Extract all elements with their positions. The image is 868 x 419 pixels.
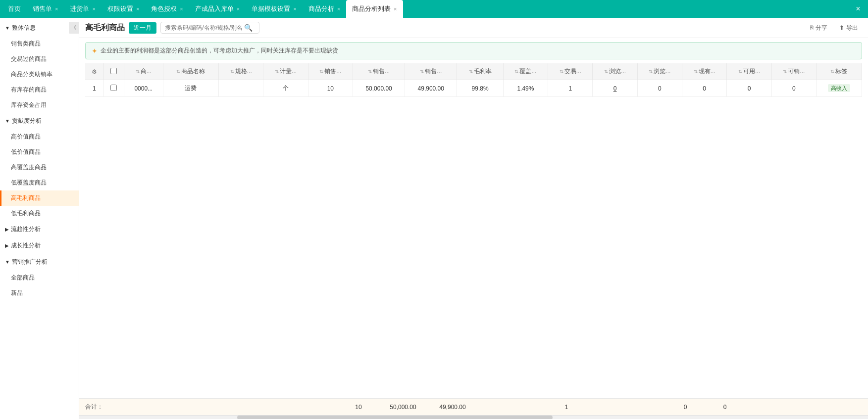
- nav-item-首页[interactable]: 首页: [2, 0, 27, 18]
- sort-icon-7[interactable]: ⇅: [368, 69, 372, 74]
- col-header-5[interactable]: ⇅计量...: [263, 63, 308, 80]
- page-title: 高毛利商品: [85, 23, 125, 33]
- nav-close-icon[interactable]: ×: [337, 0, 340, 18]
- col-header-13[interactable]: ⇅浏览...: [637, 63, 682, 80]
- product-name: 运费: [185, 85, 197, 92]
- filter-period-button[interactable]: 近一月: [129, 22, 156, 34]
- col-header-7[interactable]: ⇅销售...: [353, 63, 405, 80]
- main-layout: 《 ▼整体信息销售类商品交易过的商品商品分类助销率有库存的商品库存资金占用▼贡献…: [0, 18, 868, 419]
- col-header-6[interactable]: ⇅销售...: [308, 63, 353, 80]
- horizontal-scrollbar[interactable]: [79, 415, 868, 419]
- export-button[interactable]: ⬆ 导出: [835, 22, 862, 34]
- sort-icon-10[interactable]: ⇅: [514, 69, 518, 74]
- search-icon[interactable]: 🔍: [244, 24, 253, 32]
- sidebar-item-低价值商品[interactable]: 低价值商品: [0, 144, 79, 160]
- sidebar: 《 ▼整体信息销售类商品交易过的商品商品分类助销率有库存的商品库存资金占用▼贡献…: [0, 18, 79, 419]
- sort-icon-13[interactable]: ⇅: [649, 69, 653, 74]
- nav-item-销售单[interactable]: 销售单×: [27, 0, 64, 18]
- sidebar-section-营销推广分析[interactable]: ▼营销推广分析: [0, 254, 79, 270]
- sort-icon-11[interactable]: ⇅: [560, 69, 563, 74]
- sidebar-section-流趋性分析[interactable]: ▶流趋性分析: [0, 221, 79, 237]
- nav-close-icon[interactable]: ×: [55, 0, 58, 18]
- nav-close-icon[interactable]: ×: [180, 0, 183, 18]
- sidebar-toggle-button[interactable]: 《: [69, 22, 79, 34]
- col-header-15[interactable]: ⇅可用...: [727, 63, 771, 80]
- sort-icon-15[interactable]: ⇅: [738, 69, 742, 74]
- share-label: 分享: [816, 24, 827, 32]
- col-header-4[interactable]: ⇅规格...: [219, 63, 263, 80]
- share-button[interactable]: ⎘ 分享: [806, 22, 831, 34]
- sort-icon-9[interactable]: ⇅: [469, 69, 473, 74]
- sort-icon-3[interactable]: ⇅: [176, 69, 180, 74]
- nav-close-icon[interactable]: ×: [394, 0, 397, 18]
- sidebar-item-交易过的商品[interactable]: 交易过的商品: [0, 51, 79, 67]
- sidebar-item-库存资金占用[interactable]: 库存资金占用: [0, 97, 79, 113]
- sidebar-section-贡献度分析[interactable]: ▼贡献度分析: [0, 113, 79, 129]
- settings-icon[interactable]: ⚙: [92, 68, 97, 75]
- select-all-checkbox[interactable]: [110, 68, 117, 74]
- sidebar-item-高毛利商品[interactable]: 高毛利商品: [0, 190, 79, 206]
- close-all-button[interactable]: ×: [850, 1, 866, 17]
- col-header-17[interactable]: ⇅标签: [816, 63, 862, 80]
- sort-icon-5[interactable]: ⇅: [275, 69, 279, 74]
- export-label: 导出: [846, 24, 858, 32]
- product-unit: 个: [283, 85, 289, 92]
- nav-item-单据模板设置[interactable]: 单据模板设置×: [246, 0, 302, 18]
- nav-close-icon[interactable]: ×: [237, 0, 240, 18]
- col-header-12[interactable]: ⇅浏览...: [593, 63, 637, 80]
- trade-count: 1: [568, 85, 572, 92]
- sort-icon-6[interactable]: ⇅: [319, 69, 323, 74]
- col-header-3[interactable]: ⇅商品名称: [163, 63, 218, 80]
- col-header-10[interactable]: ⇅覆盖...: [503, 63, 548, 80]
- nav-item-进货单[interactable]: 进货单×: [64, 0, 101, 18]
- col-header-9[interactable]: ⇅毛利率: [457, 63, 503, 80]
- sidebar-item-新品[interactable]: 新品: [0, 285, 79, 301]
- nav-item-产成品入库单[interactable]: 产成品入库单×: [189, 0, 246, 18]
- nav-item-商品分析列表[interactable]: 商品分析列表×: [346, 0, 403, 18]
- browse-count1[interactable]: 0: [613, 85, 617, 92]
- sidebar-item-有库存的商品[interactable]: 有库存的商品: [0, 82, 79, 97]
- footer-cell-10: 1: [547, 404, 586, 411]
- sort-icon-14[interactable]: ⇅: [694, 69, 698, 74]
- sidebar-item-高覆盖度商品[interactable]: 高覆盖度商品: [0, 160, 79, 175]
- col-header-14[interactable]: ⇅现有...: [682, 63, 727, 80]
- sales-qty: 10: [327, 85, 334, 92]
- sidebar-item-低毛利商品[interactable]: 低毛利商品: [0, 206, 79, 221]
- share-icon: ⎘: [810, 24, 814, 31]
- sidebar-item-高价值商品[interactable]: 高价值商品: [0, 129, 79, 144]
- sidebar-item-低覆盖度商品[interactable]: 低覆盖度商品: [0, 175, 79, 190]
- table-cell: 50,000.00: [353, 80, 405, 97]
- nav-close-icon[interactable]: ×: [92, 0, 95, 18]
- col-header-16[interactable]: ⇅可销...: [771, 63, 816, 80]
- sort-icon-8[interactable]: ⇅: [420, 69, 424, 74]
- col-header-2[interactable]: ⇅商...: [124, 63, 163, 80]
- scrollbar-thumb[interactable]: [237, 416, 553, 419]
- footer-cell-4: [299, 404, 339, 411]
- sidebar-item-商品分类助销率[interactable]: 商品分类助销率: [0, 67, 79, 82]
- sidebar-item-销售类商品[interactable]: 销售类商品: [0, 36, 79, 51]
- sort-icon-17[interactable]: ⇅: [830, 69, 834, 74]
- search-input[interactable]: [165, 24, 244, 31]
- footer-cell-5: 10: [339, 404, 378, 411]
- sort-icon-16[interactable]: ⇅: [783, 69, 787, 74]
- sales-profit: 49,900.00: [418, 85, 444, 92]
- nav-item-角色授权[interactable]: 角色授权×: [145, 0, 189, 18]
- sidebar-section-成长性分析[interactable]: ▶成长性分析: [0, 237, 79, 254]
- sort-icon-2[interactable]: ⇅: [136, 69, 140, 74]
- sort-icon-4[interactable]: ⇅: [230, 69, 234, 74]
- sort-icon-12[interactable]: ⇅: [604, 69, 608, 74]
- nav-close-icon[interactable]: ×: [293, 0, 296, 18]
- top-navigation: 首页销售单×进货单×权限设置×角色授权×产成品入库单×单据模板设置×商品分析×商…: [0, 0, 868, 18]
- row-checkbox[interactable]: [110, 85, 117, 91]
- nav-close-icon[interactable]: ×: [136, 0, 139, 18]
- table-row: 10000...运费个1050,000.0049,900.0099.8%1.49…: [85, 80, 862, 97]
- nav-item-权限设置[interactable]: 权限设置×: [102, 0, 145, 18]
- footer-cell-0: [111, 404, 190, 411]
- col-header-11[interactable]: ⇅交易...: [548, 63, 593, 80]
- export-icon: ⬆: [839, 24, 844, 31]
- nav-item-商品分析[interactable]: 商品分析×: [303, 0, 346, 18]
- sidebar-section-整体信息[interactable]: ▼整体信息: [0, 20, 79, 36]
- table-cell: 1: [548, 80, 593, 97]
- col-header-8[interactable]: ⇅销售...: [405, 63, 457, 80]
- sidebar-item-全部商品[interactable]: 全部商品: [0, 270, 79, 285]
